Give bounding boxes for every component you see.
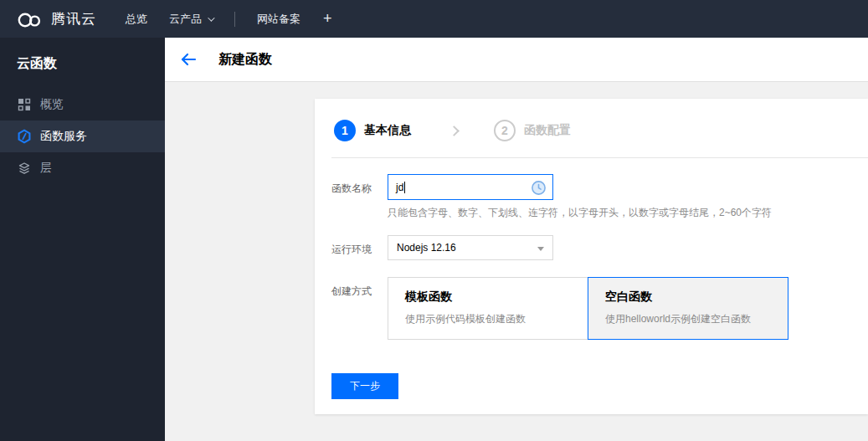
sidebar-item-label: 概览: [40, 97, 64, 112]
form-row-runtime: 运行环境 Nodejs 12.16: [331, 235, 553, 260]
back-button[interactable]: [180, 51, 197, 68]
triangle-down-icon: [537, 247, 544, 251]
brand-logo[interactable]: 腾讯云: [0, 8, 96, 30]
option-description: 使用示例代码模板创建函数: [405, 312, 578, 326]
form-row-function-name: 函数名称 jd 只能包含字母、数字、下划线、连字符，以字母开头，以数字或字母结尾…: [331, 174, 772, 220]
option-title: 模板函数: [405, 290, 578, 305]
option-title: 空白函数: [605, 290, 778, 305]
step-label: 函数配置: [524, 123, 571, 138]
nav-item-icp[interactable]: 网站备案: [246, 0, 311, 38]
step-number: 2: [494, 120, 516, 141]
sidebar-item-layers[interactable]: 层: [0, 152, 165, 184]
function-name-field-group: jd 只能包含字母、数字、下划线、连字符，以字母开头，以数字或字母结尾，2~60…: [388, 174, 772, 220]
divider: [331, 157, 868, 158]
option-blank-function[interactable]: 空白函数 使用helloworld示例创建空白函数: [588, 277, 788, 340]
creation-method-label: 创建方式: [331, 277, 388, 299]
sidebar-item-label: 函数服务: [40, 129, 87, 144]
step-function-config: 2 函数配置: [494, 120, 571, 141]
clock-icon: [531, 180, 547, 199]
hexagon-slash-icon: [17, 129, 32, 144]
topbar-divider: [234, 12, 235, 27]
brand-name: 腾讯云: [51, 9, 96, 28]
nav-item-overview[interactable]: 总览: [115, 0, 158, 38]
sidebar-menu: 概览 函数服务 层: [0, 89, 165, 184]
add-tab-button[interactable]: +: [311, 0, 344, 38]
runtime-selected-value: Nodejs 12.16: [397, 242, 456, 254]
runtime-select[interactable]: Nodejs 12.16: [388, 235, 553, 260]
grid-icon: [17, 97, 32, 112]
step-label: 基本信息: [364, 123, 411, 138]
plus-icon: +: [323, 10, 332, 28]
sidebar-item-functions[interactable]: 函数服务: [0, 121, 165, 152]
topbar: 腾讯云 总览 云产品 网站备案 +: [0, 0, 868, 38]
next-step-button[interactable]: 下一步: [331, 373, 398, 399]
arrow-left-icon: [181, 53, 197, 66]
function-name-hint: 只能包含字母、数字、下划线、连字符，以字母开头，以数字或字母结尾，2~60个字符: [388, 206, 772, 220]
text-cursor: [404, 182, 405, 193]
step-number: 1: [334, 120, 356, 141]
function-name-value: jd: [396, 182, 403, 193]
option-template-function[interactable]: 模板函数 使用示例代码模板创建函数: [388, 277, 588, 340]
creation-method-options: 模板函数 使用示例代码模板创建函数 空白函数 使用helloworld示例创建空…: [388, 277, 788, 340]
nav-item-label: 总览: [126, 12, 147, 27]
topbar-nav: 总览 云产品 网站备案 +: [115, 0, 344, 38]
step-indicator: 1 基本信息 2 函数配置: [334, 120, 571, 141]
content-area: 1 基本信息 2 函数配置 函数名称 jd: [165, 83, 868, 441]
sidebar-item-overview[interactable]: 概览: [0, 89, 165, 121]
sidebar-item-label: 层: [40, 161, 52, 176]
nav-item-products[interactable]: 云产品: [158, 0, 223, 38]
create-function-card: 1 基本信息 2 函数配置 函数名称 jd: [315, 99, 868, 414]
function-name-input[interactable]: jd: [388, 174, 553, 200]
nav-item-label: 云产品: [169, 12, 202, 27]
page-title: 新建函数: [218, 51, 272, 69]
runtime-label: 运行环境: [331, 235, 388, 257]
function-name-label: 函数名称: [331, 174, 388, 196]
layers-icon: [17, 161, 32, 176]
cloud-logo-icon: [15, 8, 44, 30]
page-header: 新建函数: [165, 38, 868, 82]
option-description: 使用helloworld示例创建空白函数: [605, 312, 778, 326]
form-row-creation-method: 创建方式 模板函数 使用示例代码模板创建函数 空白函数 使用helloworld…: [331, 277, 788, 340]
sidebar-title: 云函数: [0, 38, 165, 73]
chevron-down-icon: [208, 14, 214, 21]
nav-item-label: 网站备案: [257, 12, 300, 27]
sidebar: 云函数 概览 函数服务: [0, 38, 165, 441]
chevron-right-icon: [449, 126, 460, 136]
step-basic-info: 1 基本信息: [334, 120, 411, 141]
